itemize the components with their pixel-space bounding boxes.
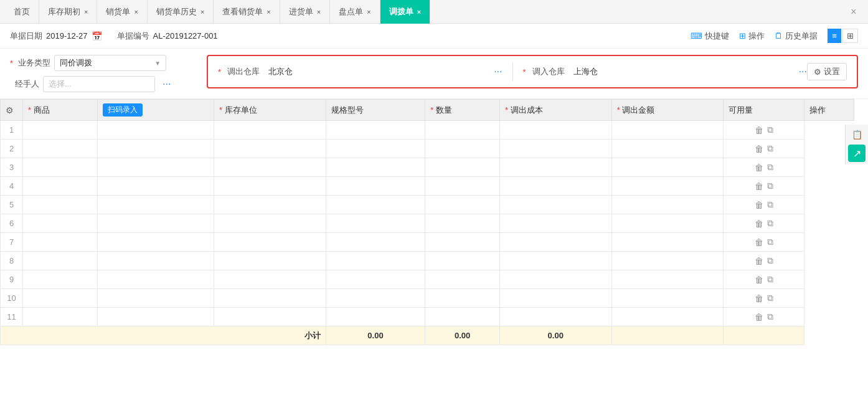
- spec-cell[interactable]: [214, 214, 326, 233]
- delete-icon[interactable]: 🗑: [755, 144, 763, 154]
- quantity-cell[interactable]: [326, 270, 425, 289]
- cost-cell[interactable]: [425, 177, 500, 196]
- cost-cell[interactable]: [425, 214, 500, 233]
- quantity-cell[interactable]: [326, 233, 425, 252]
- copy-icon[interactable]: ⧉: [767, 237, 773, 247]
- cost-cell[interactable]: [425, 252, 500, 270]
- tab-sales-history[interactable]: 销货单历史 ×: [148, 0, 214, 24]
- tab-inventory-check-close[interactable]: ×: [367, 8, 370, 16]
- product-cell[interactable]: [23, 196, 98, 214]
- spec-cell[interactable]: [214, 158, 326, 177]
- transfer-out-more-button[interactable]: ···: [494, 66, 502, 77]
- unit-cell[interactable]: [97, 158, 214, 177]
- spec-cell[interactable]: [214, 289, 326, 308]
- tab-inventory-check[interactable]: 盘点单 ×: [330, 0, 380, 24]
- window-close-button[interactable]: ×: [844, 2, 863, 21]
- history-button[interactable]: 🗒 历史单据: [775, 31, 818, 42]
- tab-home[interactable]: 首页: [5, 0, 39, 24]
- amount-cell[interactable]: [499, 233, 611, 252]
- tab-inventory-init-close[interactable]: ×: [84, 8, 88, 16]
- available-cell[interactable]: [611, 252, 724, 270]
- copy-icon[interactable]: ⧉: [767, 143, 773, 154]
- available-cell[interactable]: [611, 308, 724, 326]
- handler-more-button[interactable]: ···: [163, 79, 171, 90]
- delete-icon[interactable]: 🗑: [755, 256, 763, 266]
- product-cell[interactable]: [23, 214, 98, 233]
- copy-icon[interactable]: ⧉: [767, 181, 773, 191]
- spec-cell[interactable]: [214, 140, 326, 158]
- spec-cell[interactable]: [214, 308, 326, 326]
- tab-purchase-order-close[interactable]: ×: [317, 8, 321, 16]
- quantity-cell[interactable]: [326, 308, 425, 326]
- settings-col-header[interactable]: ⚙: [1, 100, 23, 121]
- product-cell[interactable]: [23, 308, 98, 326]
- delete-icon[interactable]: 🗑: [755, 312, 763, 322]
- unit-cell[interactable]: [97, 121, 214, 140]
- quantity-cell[interactable]: [326, 196, 425, 214]
- quantity-cell[interactable]: [326, 289, 425, 308]
- cost-cell[interactable]: [425, 270, 500, 289]
- business-type-select[interactable]: 同价调拨 ▼: [54, 55, 166, 71]
- unit-cell[interactable]: [97, 140, 214, 158]
- scroll-area[interactable]: ⚙ * 商品 扫码录入 * 库存单位: [0, 99, 854, 345]
- tab-view-sales[interactable]: 查看销货单 ×: [214, 0, 280, 24]
- spec-cell[interactable]: [214, 270, 326, 289]
- quantity-cell[interactable]: [326, 121, 425, 140]
- delete-icon[interactable]: 🗑: [755, 219, 763, 229]
- tab-transfer[interactable]: 调拨单 ×: [380, 0, 430, 24]
- product-cell[interactable]: [23, 233, 98, 252]
- copy-icon[interactable]: ⧉: [767, 125, 773, 135]
- document-panel-button[interactable]: 📋: [849, 127, 864, 142]
- copy-icon[interactable]: ⧉: [767, 274, 773, 285]
- product-cell[interactable]: [23, 177, 98, 196]
- amount-cell[interactable]: [499, 214, 611, 233]
- cost-cell[interactable]: [425, 196, 500, 214]
- export-panel-button[interactable]: ↗: [848, 145, 866, 162]
- spec-cell[interactable]: [214, 196, 326, 214]
- calendar-icon[interactable]: 📅: [92, 31, 102, 41]
- available-cell[interactable]: [611, 140, 724, 158]
- quantity-cell[interactable]: [326, 158, 425, 177]
- amount-cell[interactable]: [499, 289, 611, 308]
- unit-cell[interactable]: [97, 196, 214, 214]
- tab-inventory-init[interactable]: 库存期初 ×: [39, 0, 97, 24]
- unit-cell[interactable]: [97, 289, 214, 308]
- quantity-cell[interactable]: [326, 214, 425, 233]
- tab-sales-order-close[interactable]: ×: [134, 8, 138, 16]
- transfer-in-more-button[interactable]: ···: [799, 66, 807, 77]
- available-cell[interactable]: [611, 177, 724, 196]
- available-cell[interactable]: [611, 196, 724, 214]
- delete-icon[interactable]: 🗑: [755, 237, 763, 247]
- cost-cell[interactable]: [425, 233, 500, 252]
- quantity-cell[interactable]: [326, 140, 425, 158]
- product-cell[interactable]: [23, 121, 98, 140]
- amount-cell[interactable]: [499, 196, 611, 214]
- copy-icon[interactable]: ⧉: [767, 162, 773, 173]
- copy-icon[interactable]: ⧉: [767, 218, 773, 229]
- cost-cell[interactable]: [425, 140, 500, 158]
- tab-view-sales-close[interactable]: ×: [267, 8, 270, 16]
- unit-cell[interactable]: [97, 214, 214, 233]
- delete-icon[interactable]: 🗑: [755, 200, 763, 210]
- copy-icon[interactable]: ⧉: [767, 293, 773, 303]
- available-cell[interactable]: [611, 158, 724, 177]
- delete-icon[interactable]: 🗑: [755, 163, 763, 173]
- available-cell[interactable]: [611, 289, 724, 308]
- copy-icon[interactable]: ⧉: [767, 312, 773, 322]
- cost-cell[interactable]: [425, 121, 500, 140]
- unit-cell[interactable]: [97, 308, 214, 326]
- scan-button[interactable]: 扫码录入: [103, 103, 143, 117]
- tab-purchase-order[interactable]: 进货单 ×: [280, 0, 330, 24]
- tab-sales-history-close[interactable]: ×: [200, 8, 204, 16]
- copy-icon[interactable]: ⧉: [767, 199, 773, 210]
- unit-cell[interactable]: [97, 252, 214, 270]
- operations-button[interactable]: ⊞ 操作: [739, 31, 765, 42]
- available-cell[interactable]: [611, 121, 724, 140]
- product-cell[interactable]: [23, 140, 98, 158]
- amount-cell[interactable]: [499, 308, 611, 326]
- list-view-button[interactable]: ≡: [828, 29, 841, 43]
- delete-icon[interactable]: 🗑: [755, 181, 763, 191]
- spec-cell[interactable]: [214, 252, 326, 270]
- spec-cell[interactable]: [214, 121, 326, 140]
- cost-cell[interactable]: [425, 308, 500, 326]
